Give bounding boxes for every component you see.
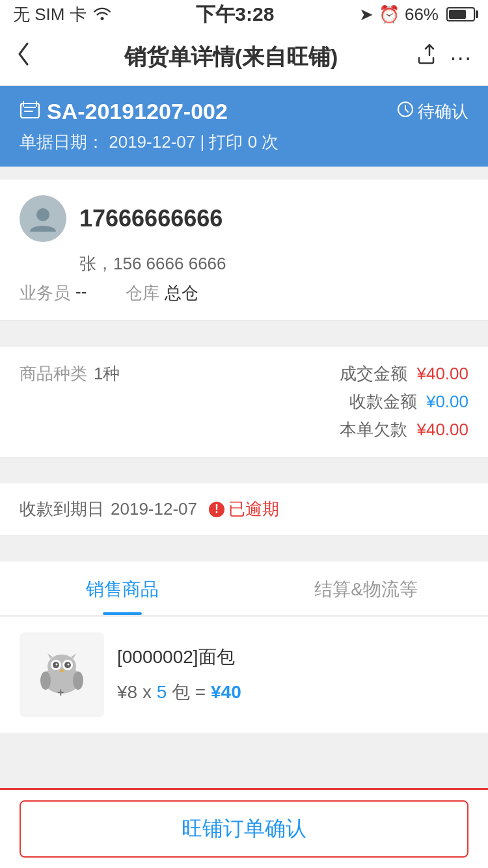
svg-marker-16 [71,653,76,658]
carrier-label: 无 SIM 卡 [13,3,87,26]
svg-point-13 [68,664,70,666]
clock-icon [397,101,414,122]
bottom-bar: 旺铺订单确认 [0,788,488,868]
svg-marker-15 [47,653,53,658]
customer-row: 17666666666 [20,195,468,242]
location-icon: ➤ [359,5,373,25]
battery-fill [449,10,466,19]
amount-value: ¥40.00 [416,364,468,384]
status-bar: 无 SIM 卡 下午3:28 ➤ ⏰ 66% [0,0,488,29]
product-section: + [0000002]面包 ¥8 x 5 包 = ¥40 [0,617,488,733]
due-date-label: 收款到期日 [20,498,104,521]
warehouse-item: 仓库 总仓 [126,282,198,305]
amount-item: 成交金额 ¥40.00 [340,362,468,385]
owed-value: ¥40.00 [416,420,468,440]
product-name: [0000002]面包 [117,645,468,670]
received-item: 收款金额 ¥0.00 [349,390,468,413]
overdue-label: 已逾期 [228,498,279,521]
svg-point-18 [73,671,83,690]
owed-item: 本单欠款 ¥40.00 [340,418,468,441]
salesperson-item: 业务员 -- [20,282,87,305]
order-date: 单据日期： 2019-12-07 | 打印 0 次 [20,131,468,154]
stats-right: 成交金额 ¥40.00 收款金额 ¥0.00 本单欠款 ¥40.00 [340,362,468,441]
confirm-button[interactable]: 旺铺订单确认 [20,800,468,858]
more-icon[interactable]: ··· [450,44,472,70]
share-icon[interactable] [415,44,437,71]
tab-sales[interactable]: 销售商品 [0,562,244,615]
order-icon [20,99,40,124]
svg-point-5 [36,208,49,221]
product-total: ¥40 [211,682,241,702]
status-time: 下午3:28 [196,1,274,28]
svg-text:+: + [57,686,64,698]
customer-phone: 17666666666 [79,205,223,232]
product-price: ¥8 x 5 包 = ¥40 [117,680,468,705]
overdue-badge: ! 已逾期 [209,498,279,521]
header-card: SA-20191207-002 待确认 单据日期： 2019-12-07 | 打… [0,86,488,167]
back-button[interactable] [16,41,55,73]
due-date-value: 2019-12-07 [111,499,197,519]
received-value: ¥0.00 [426,392,468,412]
nav-bar: 销货单详情(来自旺铺) ··· [0,29,488,86]
order-status: 待确认 [397,100,468,123]
tabs-container: 销售商品 结算&物流等 [0,562,488,616]
avatar [20,195,66,242]
due-date-card: 收款到期日 2019-12-07 ! 已逾期 [0,483,488,536]
product-qty: 5 [157,682,167,702]
product-info: [0000002]面包 ¥8 x 5 包 = ¥40 [117,645,468,705]
stats-card: 商品种类 1种 成交金额 ¥40.00 收款金额 ¥0.00 本单欠款 ¥40.… [0,347,488,457]
battery-icon [446,7,475,21]
stats-left: 商品种类 1种 [20,362,340,390]
customer-name: 张，156 6666 6666 [79,252,468,275]
status-right: ➤ ⏰ 66% [359,5,475,25]
product-item: + [0000002]面包 ¥8 x 5 包 = ¥40 [0,617,488,733]
status-label: 待确认 [418,100,468,123]
status-left: 无 SIM 卡 [13,3,111,26]
alarm-icon: ⏰ [379,5,400,25]
separator-1 [0,321,488,334]
svg-point-17 [40,671,51,690]
tab-settlement[interactable]: 结算&物流等 [244,562,488,615]
product-type-item: 商品种类 1种 [20,362,340,385]
separator-3 [0,536,488,549]
svg-point-12 [56,664,58,666]
battery-percent: 66% [405,5,439,25]
wifi-icon [93,5,111,25]
separator-2 [0,457,488,470]
nav-actions: ··· [407,44,472,71]
customer-meta: 业务员 -- 仓库 总仓 [20,282,468,305]
customer-card: 17666666666 张，156 6666 6666 业务员 -- 仓库 总仓 [0,180,488,321]
page-title: 销货单详情(来自旺铺) [55,42,407,72]
product-thumbnail: + [20,632,104,717]
order-id: SA-20191207-002 [20,99,228,124]
overdue-icon: ! [209,502,224,517]
